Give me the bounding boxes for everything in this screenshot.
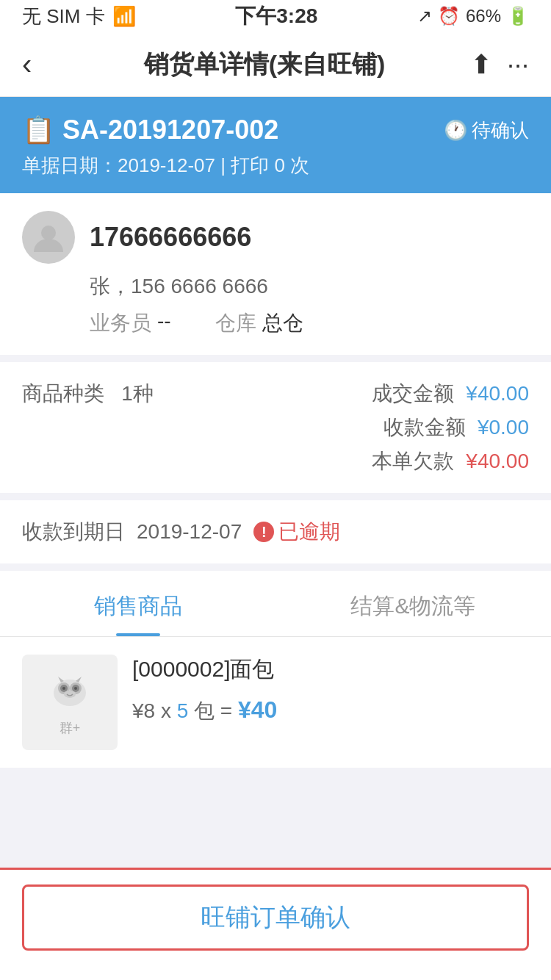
svg-point-0 <box>41 226 56 240</box>
salesperson-label: 业务员 <box>90 309 151 337</box>
unit-price: ¥8 <box>132 699 155 722</box>
tab-sales[interactable]: 销售商品 <box>0 571 276 636</box>
alarm-icon: ⏰ <box>438 6 460 26</box>
confirm-button[interactable]: 旺铺订单确认 <box>22 884 529 951</box>
due-date-label: 收款到期日 <box>22 518 125 546</box>
svg-point-7 <box>74 687 77 690</box>
location-icon: ↗ <box>417 6 432 26</box>
status-bar: 无 SIM 卡 📶 下午3:28 ↗ ⏰ 66% 🔋 <box>0 0 551 32</box>
wifi-icon: 📶 <box>112 5 136 28</box>
status-left: 无 SIM 卡 📶 <box>22 4 136 29</box>
battery-icon: 🔋 <box>507 6 529 26</box>
product-details: [0000002]面包 ¥8 x 5 包 = ¥40 <box>132 655 529 725</box>
nav-bar: ‹ 销货单详情(来自旺铺) ⬆ ··· <box>0 32 551 97</box>
avatar <box>22 211 75 264</box>
product-list: 群+ [0000002]面包 ¥8 x 5 包 = ¥40 <box>0 637 551 768</box>
warehouse-value: 总仓 <box>262 309 303 337</box>
received-label: 收款金额 <box>383 414 466 442</box>
multiply-sign: x <box>161 699 177 722</box>
more-icon[interactable]: ··· <box>507 49 529 80</box>
customer-meta: 业务员 -- 仓库 总仓 <box>22 309 529 337</box>
brand-text: 群+ <box>60 719 81 737</box>
battery-text: 66% <box>466 6 501 26</box>
unit: 包 <box>194 699 215 722</box>
tabs-row: 销售商品 结算&物流等 <box>0 571 551 637</box>
transaction-label: 成交金额 <box>372 380 454 408</box>
balance-label: 本单欠款 <box>372 447 454 475</box>
clock-icon: 🕐 <box>444 119 467 142</box>
back-button[interactable]: ‹ <box>22 48 59 81</box>
tab-settlement[interactable]: 结算&物流等 <box>276 571 551 636</box>
overdue-text: 已逾期 <box>278 518 340 546</box>
customer-name: 张，156 6666 6666 <box>22 273 529 300</box>
brand-logo <box>48 668 92 718</box>
status-time: 下午3:28 <box>235 2 317 30</box>
tabs-section: 销售商品 结算&物流等 <box>0 571 551 768</box>
order-icon: 📋 <box>22 115 55 145</box>
page-title: 销货单详情(来自旺铺) <box>59 48 470 82</box>
nav-actions: ⬆ ··· <box>470 49 529 80</box>
product-name: [0000002]面包 <box>132 655 529 685</box>
balance-value: ¥40.00 <box>466 450 529 473</box>
overdue-badge: ! 已逾期 <box>253 518 340 546</box>
product-price: ¥8 x 5 包 = ¥40 <box>132 696 529 725</box>
product-thumbnail: 群+ <box>22 655 118 750</box>
salesperson-value: -- <box>157 309 171 337</box>
customer-section: 17666666666 张，156 6666 6666 业务员 -- 仓库 总仓 <box>0 193 551 355</box>
transaction-value: ¥40.00 <box>466 382 529 406</box>
product-type-row: 商品种类 1种 <box>22 380 154 408</box>
order-id: 📋 SA-20191207-002 <box>22 115 278 145</box>
bottom-bar: 旺铺订单确认 <box>0 868 551 980</box>
customer-phone: 17666666666 <box>90 222 251 253</box>
warn-icon: ! <box>253 522 274 542</box>
warehouse-label: 仓库 <box>215 309 256 337</box>
received-value: ¥0.00 <box>478 416 529 439</box>
summary-section: 商品种类 1种 成交金额 ¥40.00 收款金额 ¥0.00 本单欠款 ¥40.… <box>0 362 551 493</box>
product-type-value: 1种 <box>121 382 154 405</box>
order-banner: 📋 SA-20191207-002 🕐 待确认 单据日期：2019-12-07 … <box>0 97 551 193</box>
svg-point-8 <box>64 691 76 698</box>
amount-summary: 成交金额 ¥40.00 收款金额 ¥0.00 本单欠款 ¥40.00 <box>372 380 529 475</box>
due-date-section: 收款到期日 2019-12-07 ! 已逾期 <box>0 500 551 563</box>
quantity: 5 <box>177 699 189 722</box>
total-price: ¥40 <box>238 696 277 723</box>
order-date: 单据日期：2019-12-07 | 打印 0 次 <box>22 153 529 179</box>
due-date-value: 2019-12-07 <box>137 520 242 544</box>
product-type-label: 商品种类 <box>22 382 104 405</box>
share-icon[interactable]: ⬆ <box>470 49 492 80</box>
sim-text: 无 SIM 卡 <box>22 4 105 29</box>
equals-sign: = <box>220 699 238 722</box>
product-item: 群+ [0000002]面包 ¥8 x 5 包 = ¥40 <box>22 655 529 750</box>
order-status: 🕐 待确认 <box>444 118 529 143</box>
svg-point-6 <box>62 687 65 690</box>
status-right: ↗ ⏰ 66% 🔋 <box>417 6 529 26</box>
